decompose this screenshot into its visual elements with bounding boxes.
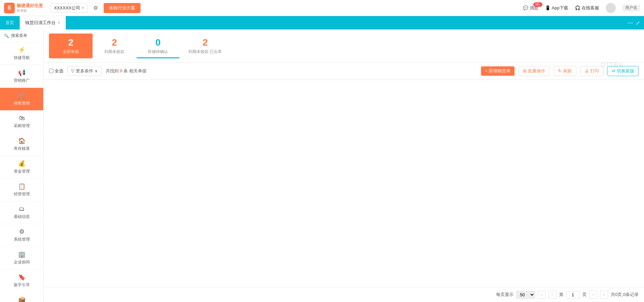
minimize-icon[interactable]: — xyxy=(628,20,633,26)
sales-icon: 🛒 xyxy=(18,92,25,99)
tab-home[interactable]: 首页 xyxy=(0,16,20,29)
system-icon: ⚙ xyxy=(19,228,24,235)
online-service-button[interactable]: 🎧 在线客服 xyxy=(575,5,599,11)
basics-icon: 🗂 xyxy=(19,205,25,213)
sidebar-item-label: 经营管理 xyxy=(14,191,30,197)
sidebar-item-sales[interactable]: 🛒 销售管理 xyxy=(0,88,43,111)
print-icon: 🖨 xyxy=(585,68,589,73)
avatar[interactable] xyxy=(606,3,616,13)
stat-wangpu-label: 旺辅待确认 xyxy=(145,49,171,55)
top-header: 6 畅捷通好生意 标准版 XXXXXX公司 ▾ ⚙ 体验行业方案 💬 消息 99… xyxy=(0,0,644,16)
new-guide-icon: 🔖 xyxy=(18,274,25,281)
tab-workbench[interactable]: 钱货日清工作台 × xyxy=(20,16,66,29)
sidebar-item-basics[interactable]: 🗂 基础信息 xyxy=(0,201,43,224)
sidebar-item-quick-nav[interactable]: ⚡ 快捷导航 xyxy=(0,42,43,65)
last-page-button[interactable]: » xyxy=(600,291,608,299)
finance-icon: 💰 xyxy=(18,160,25,167)
sidebar-item-label: 系统管理 xyxy=(14,237,30,242)
message-icon: 💬 xyxy=(523,5,528,10)
company-selector[interactable]: XXXXXX公司 ▾ xyxy=(50,3,88,13)
batch-ops-label: 批量操作 xyxy=(528,68,545,74)
sidebar-item-app-center[interactable]: 📦 应用中心 xyxy=(0,292,43,302)
batch-ops-button[interactable]: ⊞ 批量操作 xyxy=(519,66,550,76)
sidebar-item-finance[interactable]: 💰 资金管理 xyxy=(0,156,43,179)
first-page-icon: « xyxy=(541,292,543,297)
per-page-select[interactable]: 50 100 200 xyxy=(516,291,535,299)
trial-button[interactable]: 体验行业方案 xyxy=(104,3,141,13)
batch-ops-icon: ⊞ xyxy=(523,68,527,73)
page-label: 第 xyxy=(559,292,564,298)
quick-nav-icon: ⚡ xyxy=(18,46,25,54)
new-sales-button[interactable]: + 新增销货单 xyxy=(481,66,515,76)
sidebar-item-label: 采购管理 xyxy=(14,123,30,129)
refresh-icon: ↻ xyxy=(558,68,562,73)
sidebar-search[interactable]: 🔍 搜索菜单 xyxy=(0,29,43,42)
switch-icon: ⇄ xyxy=(612,68,615,73)
sidebar-item-purchase[interactable]: 🛍 采购管理 xyxy=(0,111,43,133)
operations-icon: 📋 xyxy=(18,183,25,190)
company-chevron-icon: ▾ xyxy=(82,6,84,10)
prev-page-icon: < xyxy=(551,292,553,297)
sidebar-item-operations[interactable]: 📋 经营管理 xyxy=(0,179,43,201)
refresh-button[interactable]: ↻ 刷新 xyxy=(554,66,576,76)
stat-card-all[interactable]: 2 全部单据 xyxy=(49,34,93,58)
tab-bar: 首页 钱货日清工作台 × — ⤢ xyxy=(0,16,644,29)
sidebar-item-marketing[interactable]: 📢 营销推广 xyxy=(0,65,43,88)
next-page-button[interactable]: > xyxy=(589,291,597,299)
prev-page-button[interactable]: < xyxy=(548,291,556,299)
sidebar-item-label: 库存核算 xyxy=(14,146,30,152)
tab-workbench-label: 钱货日清工作台 xyxy=(25,20,56,26)
switch-label: 切换新版 xyxy=(617,68,634,74)
refresh-label: 刷新 xyxy=(563,68,572,74)
gear-icon: ⚙ xyxy=(93,5,98,11)
per-page-label: 每页显示 xyxy=(496,292,514,298)
select-all-input[interactable] xyxy=(49,69,53,73)
header-right: 💬 消息 99+ 📱 App下载 🎧 在线客服 用户名 xyxy=(523,3,640,13)
sidebar: 🔍 搜索菜单 ⚡ 快捷导航 📢 营销推广 🛒 销售管理 🛍 采购管理 🏠 库存核… xyxy=(0,29,44,302)
logo-text: 畅捷通好生意 标准版 xyxy=(17,3,43,13)
purchase-icon: 🛍 xyxy=(19,115,25,122)
select-all-checkbox[interactable]: 全选 xyxy=(49,68,63,74)
stat-wangpu-number: 0 xyxy=(145,37,171,48)
search-icon: 🔍 xyxy=(4,34,9,38)
page-input[interactable] xyxy=(566,291,580,298)
more-filters-button[interactable]: ▽ 更多条件 ∨ xyxy=(67,66,102,76)
maximize-icon[interactable]: ⤢ xyxy=(636,20,640,26)
next-page-icon: > xyxy=(592,292,594,297)
more-filters-label: 更多条件 xyxy=(76,68,93,74)
settings-button[interactable]: ⚙ xyxy=(90,3,101,13)
stat-overdue-label: 到期未收款 xyxy=(101,49,127,55)
toolbar: 全选 ▽ 更多条件 ∨ 共找到 0 条 相关单据 + 新增销货单 ⊞ 批量操作 xyxy=(44,63,644,80)
print-label: 打印 xyxy=(590,68,599,74)
filter-icon: ▽ xyxy=(71,68,74,73)
first-page-button[interactable]: « xyxy=(538,291,546,299)
stat-card-wangpu[interactable]: 0 旺辅待确认 xyxy=(136,34,180,58)
app-download-button[interactable]: 📱 App下载 xyxy=(545,5,568,11)
message-button[interactable]: 💬 消息 99+ xyxy=(523,5,538,11)
sidebar-item-new-guide[interactable]: 🔖 新手引导 xyxy=(0,269,43,292)
sidebar-item-system[interactable]: ⚙ 系统管理 xyxy=(0,224,43,247)
stat-card-overdue-shipped[interactable]: 2 到期未收款 已出库 xyxy=(180,34,230,58)
last-page-icon: » xyxy=(603,292,605,297)
app-name: 畅捷通好生意 xyxy=(17,3,43,9)
sidebar-item-label: 企业协同 xyxy=(14,259,30,265)
sidebar-item-inventory[interactable]: 🏠 库存核算 xyxy=(0,133,43,156)
sidebar-item-label: 快捷导航 xyxy=(14,55,30,61)
message-badge: 99+ xyxy=(533,2,542,7)
sidebar-item-label: 营销推广 xyxy=(14,78,30,83)
filter-chevron-icon: ∨ xyxy=(95,68,98,73)
logo-area: 6 畅捷通好生意 标准版 xyxy=(4,3,48,13)
stat-all-number: 2 xyxy=(58,37,84,48)
stat-card-overdue[interactable]: 2 到期未收款 xyxy=(93,34,136,58)
tab-close-icon[interactable]: × xyxy=(58,20,60,25)
print-button[interactable]: 🖨 打印 xyxy=(580,66,603,76)
user-name[interactable]: 用户名 xyxy=(623,4,640,11)
sidebar-item-enterprise-coop[interactable]: 🏢 企业协同 xyxy=(0,247,43,269)
app-center-icon: 📦 xyxy=(18,296,25,302)
sidebar-item-label: 基础信息 xyxy=(14,214,30,220)
inventory-icon: 🏠 xyxy=(18,137,25,144)
stat-overdue-shipped-number: 2 xyxy=(189,37,222,48)
tab-bar-actions: — ⤢ xyxy=(628,16,644,29)
switch-new-version-button[interactable]: ⇄ 切换新版 xyxy=(607,66,639,76)
select-all-label: 全选 xyxy=(55,68,63,74)
